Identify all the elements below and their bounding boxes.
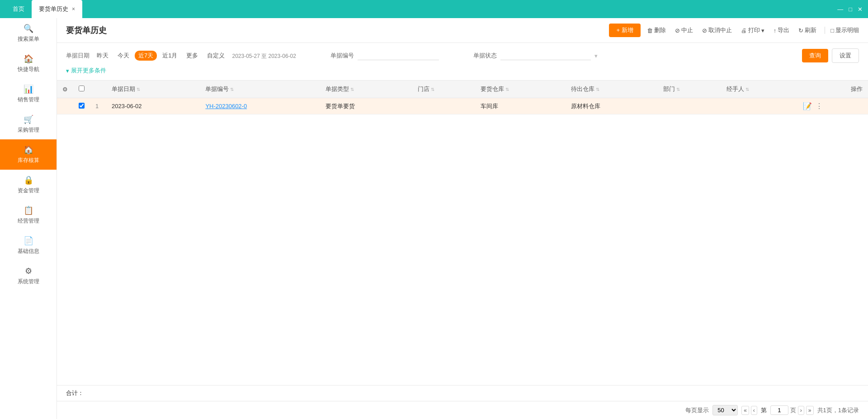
sidebar-item-system[interactable]: ⚙ 系统管理 bbox=[0, 261, 57, 291]
last-page-btn[interactable]: » bbox=[806, 406, 814, 415]
print-button[interactable]: 🖨 打印 ▾ bbox=[738, 24, 767, 36]
date-tabs: 昨天 今天 近7天 近1月 更多 自定义 bbox=[93, 51, 228, 61]
page-size-label: 每页显示 bbox=[685, 406, 709, 414]
table-container: ⚙ 单据日期 ⇅ bbox=[57, 81, 868, 385]
content-area: 要货单历史 + 新增 🗑 删除 ⊘ 中止 ⊘ 取消中止 🖨 打印 bbox=[57, 18, 868, 419]
prev-page-btn[interactable]: ‹ bbox=[751, 406, 757, 415]
sidebar-item-sales[interactable]: 📊 销售管理 bbox=[0, 79, 57, 109]
date-filter-group: 单据日期 昨天 今天 近7天 近1月 更多 自定义 2023-05-27 至 2… bbox=[66, 51, 296, 61]
cart-icon: 🛒 bbox=[24, 114, 33, 124]
search-icon: 🔍 bbox=[24, 24, 33, 33]
th-req-warehouse: 要货仓库 ⇅ bbox=[475, 81, 565, 98]
refresh-icon: ↻ bbox=[798, 27, 803, 34]
cell-settings bbox=[57, 98, 73, 114]
date-tab-more[interactable]: 更多 bbox=[183, 51, 202, 61]
status-dropdown-icon[interactable]: ▾ bbox=[594, 52, 598, 59]
lock-icon: 🔒 bbox=[24, 175, 33, 185]
page-title: 要货单历史 bbox=[66, 25, 107, 36]
th-doc-number: 单据编号 ⇅ bbox=[200, 81, 320, 98]
expand-filters-button[interactable]: ▾ 展开更多条件 bbox=[66, 67, 859, 75]
close-tab-icon[interactable]: × bbox=[72, 6, 75, 12]
status-input[interactable] bbox=[500, 51, 591, 60]
sidebar-item-quick-nav[interactable]: 🏠 快捷导航 bbox=[0, 48, 57, 79]
delete-button[interactable]: 🗑 删除 bbox=[644, 24, 669, 36]
cancel-stop-button[interactable]: ⊘ 取消中止 bbox=[699, 24, 735, 36]
sidebar-item-operations[interactable]: 📋 经营管理 bbox=[0, 200, 57, 230]
cell-actions: 📝 ⋮ bbox=[797, 98, 868, 114]
cell-store bbox=[412, 98, 476, 114]
home-icon: 🏠 bbox=[24, 54, 33, 64]
th-doc-date: 单据日期 ⇅ bbox=[106, 81, 200, 98]
stop-button[interactable]: ⊘ 中止 bbox=[672, 24, 696, 36]
close-btn[interactable]: ✕ bbox=[858, 6, 863, 13]
date-tab-yesterday[interactable]: 昨天 bbox=[93, 51, 112, 61]
sidebar-item-inventory[interactable]: 🏠 库存核算 bbox=[0, 139, 57, 170]
next-page-btn[interactable]: › bbox=[798, 406, 804, 415]
table-settings-icon[interactable]: ⚙ bbox=[62, 86, 68, 93]
sidebar: 🔍 搜索菜单 🏠 快捷导航 📊 销售管理 🛒 采购管理 🏠 库存核算 🔒 资金管… bbox=[0, 18, 57, 419]
setting-button[interactable]: 设置 bbox=[832, 48, 859, 63]
page-navigation: « ‹ 第 页 › » bbox=[741, 405, 813, 415]
refresh-button[interactable]: ↻ 刷新 bbox=[796, 24, 819, 36]
cell-num: 1 bbox=[90, 98, 106, 114]
tab-home[interactable]: 首页 bbox=[5, 0, 32, 18]
sort-req-warehouse-icon: ⇅ bbox=[505, 87, 509, 92]
query-button[interactable]: 查询 bbox=[802, 49, 828, 62]
checkbox-icon: □ bbox=[830, 27, 834, 34]
display-detail-button[interactable]: □ 显示明细 bbox=[830, 26, 859, 34]
new-button[interactable]: + 新增 bbox=[609, 24, 640, 37]
th-settings: ⚙ bbox=[57, 81, 73, 98]
sort-doc-type-icon: ⇅ bbox=[350, 87, 354, 92]
pagination-bar: 每页显示 20 50 100 200 « ‹ 第 页 › » 共1页，1条记录 bbox=[57, 401, 868, 419]
data-table: ⚙ 单据日期 ⇅ bbox=[57, 81, 868, 114]
doc-icon: 📄 bbox=[24, 236, 33, 246]
sidebar-item-search[interactable]: 🔍 搜索菜单 bbox=[0, 18, 57, 48]
tab-requisition-history[interactable]: 要货单历史 × bbox=[32, 0, 82, 18]
filter-bar: 单据日期 昨天 今天 近7天 近1月 更多 自定义 2023-05-27 至 2… bbox=[57, 43, 868, 81]
sort-handler-icon: ⇅ bbox=[745, 87, 749, 92]
date-tab-last-month[interactable]: 近1月 bbox=[159, 51, 181, 61]
maximize-btn[interactable]: □ bbox=[849, 6, 852, 13]
date-tab-last7days[interactable]: 近7天 bbox=[135, 51, 157, 61]
edit-action-icon[interactable]: 📝 bbox=[803, 102, 812, 110]
print-icon: 🖨 bbox=[741, 27, 747, 34]
sidebar-item-purchase[interactable]: 🛒 采购管理 bbox=[0, 109, 57, 139]
sum-label: 合计： bbox=[66, 389, 84, 397]
expand-icon: ▾ bbox=[66, 67, 69, 74]
table-footer: 合计： bbox=[57, 385, 868, 401]
date-tab-today[interactable]: 今天 bbox=[114, 51, 133, 61]
sidebar-item-basic-info[interactable]: 📄 基础信息 bbox=[0, 230, 57, 261]
th-actions: 操作 bbox=[797, 81, 868, 98]
th-num bbox=[90, 81, 106, 98]
cell-req-warehouse: 车间库 bbox=[475, 98, 565, 114]
date-tab-custom[interactable]: 自定义 bbox=[203, 51, 228, 61]
doc-number-link[interactable]: YH-20230602-0 bbox=[205, 103, 247, 110]
cell-pending-warehouse: 原材料仓库 bbox=[566, 98, 658, 114]
page-number-input[interactable] bbox=[770, 405, 788, 415]
cancel-stop-icon: ⊘ bbox=[702, 27, 707, 34]
th-pending-warehouse: 待出仓库 ⇅ bbox=[566, 81, 658, 98]
sidebar-item-finance[interactable]: 🔒 资金管理 bbox=[0, 170, 57, 200]
cell-doc-type: 要货单要货 bbox=[320, 98, 412, 114]
row-checkbox[interactable] bbox=[79, 103, 85, 109]
export-button[interactable]: ↑ 导出 bbox=[771, 24, 793, 36]
select-all-checkbox[interactable] bbox=[79, 86, 85, 91]
more-action-icon[interactable]: ⋮ bbox=[816, 102, 823, 110]
doc-number-filter-group: 单据编号 bbox=[330, 51, 439, 60]
th-checkbox bbox=[73, 81, 90, 98]
minimize-btn[interactable]: — bbox=[837, 6, 843, 13]
page-label: 第 bbox=[761, 406, 767, 414]
top-bar: 首页 要货单历史 × — □ ✕ bbox=[0, 0, 868, 18]
date-filter-label: 单据日期 bbox=[66, 52, 90, 60]
page-header: 要货单历史 + 新增 🗑 删除 ⊘ 中止 ⊘ 取消中止 🖨 打印 bbox=[57, 18, 868, 43]
doc-number-label: 单据编号 bbox=[330, 52, 354, 60]
page-size-select[interactable]: 20 50 100 200 bbox=[712, 405, 738, 415]
status-label: 单据状态 bbox=[473, 52, 497, 60]
gear-icon: ⚙ bbox=[25, 266, 32, 276]
doc-number-input[interactable] bbox=[358, 51, 439, 60]
status-filter-group: 单据状态 ▾ bbox=[473, 51, 598, 60]
th-store: 门店 ⇅ bbox=[412, 81, 476, 98]
th-department: 部门 ⇅ bbox=[658, 81, 721, 98]
first-page-btn[interactable]: « bbox=[741, 406, 749, 415]
date-range-display: 2023-05-27 至 2023-06-02 bbox=[232, 52, 296, 60]
